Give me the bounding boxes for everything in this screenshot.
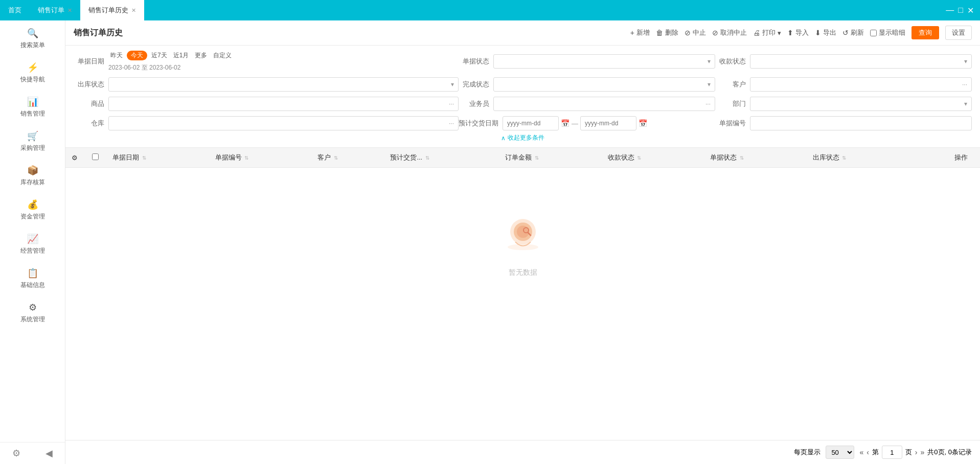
warehouse-dots-icon[interactable]: ··· (449, 120, 454, 127)
prev-page-button[interactable]: ‹ (867, 448, 869, 456)
filter-salesperson-input[interactable]: ··· (493, 97, 715, 111)
th-action-label: 操作 (954, 153, 968, 161)
last-page-button[interactable]: » (921, 448, 925, 456)
sidebar-item-quick-nav[interactable]: ⚡ 快捷导航 (0, 55, 65, 89)
filter-department: 部门 ▾ (715, 97, 972, 111)
basic-info-icon: 📋 (27, 268, 38, 279)
filter-customer: 客户 ··· (715, 77, 972, 92)
filter-outbound-status-select[interactable]: ▾ (108, 77, 459, 92)
collapse-sidebar-icon[interactable]: ◀ (45, 448, 53, 459)
delivery-from-cal-icon[interactable]: 📅 (561, 119, 569, 127)
display-cols-toggle[interactable]: 显示暗细 (870, 28, 905, 37)
filter-delivery-from[interactable] (503, 116, 559, 130)
th-outbound[interactable]: 出库状态 ⇅ (807, 148, 909, 168)
tab-sales-history-label: 销售订单历史 (88, 6, 128, 15)
select-all-checkbox[interactable] (92, 153, 99, 160)
print-button[interactable]: 🖨 打印 ▾ (753, 28, 781, 37)
sidebar-item-system[interactable]: ⚙ 系统管理 (0, 295, 65, 329)
next-page-button[interactable]: › (915, 448, 918, 456)
delete-button[interactable]: 🗑 删除 (656, 28, 678, 37)
tab-sales-order[interactable]: 销售订单 ✕ (30, 0, 80, 20)
settings-label: 设置 (952, 28, 965, 37)
display-cols-checkbox[interactable] (870, 30, 877, 36)
customer-dots-icon[interactable]: ··· (962, 81, 967, 88)
sidebar-item-sales-mgmt[interactable]: 📊 销售管理 (0, 89, 65, 123)
date-tab-custom[interactable]: 自定义 (211, 51, 234, 60)
th-customer-label: 客户 (317, 153, 331, 161)
settings-bottom-icon[interactable]: ⚙ (12, 448, 20, 459)
sidebar-item-finance-label: 资金管理 (20, 212, 45, 221)
th-customer[interactable]: 客户 ⇅ (311, 148, 384, 168)
refresh-button[interactable]: ↺ 刷新 (842, 28, 864, 37)
sidebar-item-finance[interactable]: 💰 资金管理 (0, 192, 65, 226)
window-close-icon[interactable]: ✕ (967, 6, 974, 15)
tab-home[interactable]: 首页 (0, 0, 30, 20)
tab-sales-history-close[interactable]: ✕ (131, 7, 136, 14)
sidebar-item-inventory[interactable]: 📦 库存核算 (0, 158, 65, 192)
operations-icon: 📈 (27, 233, 38, 245)
empty-state-illustration (497, 209, 549, 260)
th-payment[interactable]: 收款状态 ⇅ (602, 148, 704, 168)
filter-payment-status-select[interactable]: ▾ (750, 54, 972, 69)
first-page-button[interactable]: « (859, 448, 863, 456)
cancel-stop-button[interactable]: ⊘ 取消中止 (712, 28, 747, 37)
salesperson-dots-icon[interactable]: ··· (705, 100, 711, 107)
filter-complete-status-select[interactable]: ▾ (493, 77, 715, 92)
export-label: 导出 (823, 28, 836, 37)
maximize-icon[interactable]: □ (958, 6, 963, 15)
th-check[interactable] (86, 148, 106, 168)
th-gear[interactable]: ⚙ (65, 148, 86, 168)
product-dots-icon[interactable]: ··· (449, 100, 454, 107)
filter-doc-number-input[interactable] (750, 116, 972, 130)
stop-label: 中止 (693, 28, 706, 37)
filter-warehouse-input[interactable]: ··· (108, 116, 459, 130)
filter-department-select[interactable]: ▾ (750, 97, 972, 111)
filter-row-1: 单据日期 昨天 今天 近7天 近1月 更多 自定义 2023-06-02 至 2… (74, 51, 972, 72)
th-delivery[interactable]: 预计交货... ⇅ (384, 148, 499, 168)
tab-sales-history[interactable]: 销售订单历史 ✕ (80, 0, 144, 20)
th-number[interactable]: 单据编号 ⇅ (209, 148, 312, 168)
date-tab-more[interactable]: 更多 (193, 51, 209, 60)
sidebar-item-operations-label: 经营管理 (20, 247, 45, 255)
th-status[interactable]: 单据状态 ⇅ (704, 148, 807, 168)
export-button[interactable]: ⬇ 导出 (815, 28, 836, 37)
sidebar-item-search-menu[interactable]: 🔍 搜索菜单 (0, 20, 65, 55)
minimize-icon[interactable]: — (946, 6, 954, 15)
date-tab-yesterday[interactable]: 昨天 (108, 51, 125, 60)
add-button[interactable]: + 新增 (630, 28, 650, 37)
system-icon: ⚙ (29, 302, 37, 313)
tab-sales-order-close[interactable]: ✕ (67, 7, 72, 14)
filter-payment-status: 收款状态 ▾ (715, 54, 972, 69)
gear-icon[interactable]: ⚙ (72, 154, 78, 162)
import-button[interactable]: ⬆ 导入 (787, 28, 809, 37)
page-number-input[interactable] (882, 446, 902, 459)
doc-status-arrow-icon: ▾ (708, 58, 711, 65)
page-header: 销售订单历史 + 新增 🗑 删除 ⊘ 中止 ⊘ 取消中止 (65, 20, 980, 46)
page-suffix: 页 (905, 448, 912, 457)
query-button[interactable]: 查询 (911, 26, 939, 39)
sidebar-item-purchase-mgmt[interactable]: 🛒 采购管理 (0, 123, 65, 158)
department-arrow-icon: ▾ (964, 100, 967, 107)
th-amount[interactable]: 订单金额 ⇅ (499, 148, 602, 168)
filter-customer-input[interactable]: ··· (750, 77, 972, 92)
filter-doc-status-select[interactable]: ▾ (493, 54, 715, 69)
pagination: « ‹ 第 页 › » 共0页, 0条记录 (859, 446, 972, 459)
delivery-to-cal-icon[interactable]: 📅 (639, 119, 647, 127)
filter-doc-number: 单据编号 (715, 116, 972, 130)
tab-sales-order-label: 销售订单 (38, 6, 64, 15)
stop-button[interactable]: ⊘ 中止 (685, 28, 706, 37)
sidebar-item-operations[interactable]: 📈 经营管理 (0, 226, 65, 260)
empty-state-row: 暂无数据 (65, 168, 980, 319)
date-tab-7days[interactable]: 近7天 (149, 51, 169, 60)
delete-icon: 🗑 (656, 29, 663, 37)
filter-product-input[interactable]: ··· (108, 97, 459, 111)
th-date[interactable]: 单据日期 ⇅ (106, 148, 209, 168)
collapse-more-conditions[interactable]: ∧ 收起更多条件 (74, 132, 972, 142)
page-size-select[interactable]: 50 10 20 100 (826, 446, 854, 459)
date-tab-1month[interactable]: 近1月 (171, 51, 191, 60)
print-arrow-icon: ▾ (778, 29, 781, 37)
filter-delivery-to[interactable] (580, 116, 636, 130)
date-tab-today[interactable]: 今天 (127, 51, 147, 60)
sidebar-item-basic-info[interactable]: 📋 基础信息 (0, 260, 65, 295)
settings-button[interactable]: 设置 (945, 26, 972, 40)
